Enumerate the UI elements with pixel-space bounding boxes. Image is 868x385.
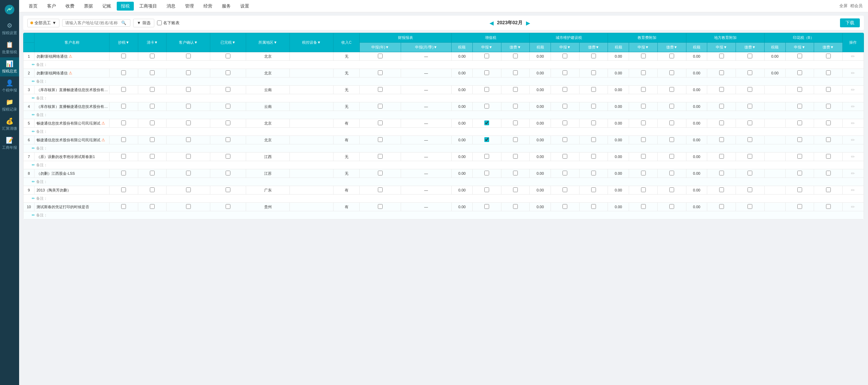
sidebar-item-baoshuizonglan[interactable]: 📊 报税总览	[0, 57, 19, 76]
period-navigation: ◀ 2023年02月 ▶	[182, 20, 837, 26]
table-body: 1勿删!新锐网络通信⚠北京无—0.000.000.000.000.00✏✏备注：…	[24, 52, 864, 219]
note-icon: ✏	[32, 213, 35, 217]
table-note-row: ✏备注：	[24, 94, 864, 102]
nav-tax[interactable]: 报税	[117, 2, 134, 11]
search-input[interactable]	[65, 20, 120, 25]
nav-business[interactable]: 工商项目	[135, 2, 161, 11]
sidebar-item-piliangshuibao[interactable]: 📋 批量报税	[0, 38, 19, 57]
period-label: 2023年02月	[497, 20, 523, 26]
nav-settings[interactable]: 设置	[236, 2, 253, 11]
th-chengshi-shen[interactable]: 申报▼	[551, 43, 580, 52]
table-note-row: ✏备注：	[24, 111, 864, 119]
nav-service[interactable]: 服务	[218, 2, 235, 11]
th-wanshuei[interactable]: 已完税▼	[210, 33, 246, 52]
nav-message[interactable]: 消息	[162, 2, 180, 11]
th-index	[24, 33, 34, 43]
nav-client[interactable]: 客户	[43, 2, 60, 11]
edit-button[interactable]: ✏	[851, 54, 855, 59]
nav-manage[interactable]: 管理	[181, 2, 198, 11]
th-caibao-year[interactable]: 申报(年)▼	[360, 43, 401, 52]
member-btn[interactable]: 稻会员	[850, 3, 863, 9]
prev-period-btn[interactable]: ◀	[489, 20, 494, 26]
table-row: 1勿删!新锐网络通信⚠北京无—0.000.000.000.000.00✏	[24, 52, 864, 61]
edit-button[interactable]: ✏	[851, 204, 855, 210]
piliangshuibao-icon: 📋	[6, 41, 13, 48]
th-zengzhi-jiao[interactable]: 缴费▼	[501, 43, 530, 52]
fullscreen-btn[interactable]: 全屏	[839, 3, 848, 9]
sidebar-item-baoshuijilu[interactable]: 📁 报税记录	[0, 96, 19, 115]
note-icon: ✏	[32, 96, 35, 100]
top-right-actions: 全屏 稻会员	[839, 3, 863, 9]
sidebar-item-geshuishenbao[interactable]: 👤 个税申报	[0, 76, 19, 96]
th-caibao: 财报报表	[360, 33, 452, 43]
edit-button[interactable]: ✏	[851, 187, 855, 193]
named-table-checkbox-label[interactable]: 名下账表	[157, 20, 180, 26]
nav-invoice[interactable]: 票据	[80, 2, 97, 11]
client-name-cell: 畅捷通信息技术股份有限公司民珏测试⚠	[34, 119, 110, 128]
table-note-row: ✏备注：	[24, 178, 864, 186]
sidebar-item-baoshuishezhi[interactable]: ⚙ 报税设置	[0, 19, 19, 38]
client-name-cell: （勿删）江西股金-LSS	[34, 169, 110, 178]
table-note-row: ✏备注：	[24, 144, 864, 153]
th-yinhua-shen[interactable]: 申报▼	[785, 43, 814, 52]
warning-icon: ⚠	[101, 138, 105, 142]
table-row: 5畅捷通信息技术股份有限公司民珏测试⚠北京有—0.000.000.000.00✏	[24, 119, 864, 128]
edit-button[interactable]: ✏	[851, 137, 855, 143]
filter-button[interactable]: ▼ 筛选	[133, 19, 154, 27]
th-zengzhi: 增值税	[451, 33, 529, 43]
edit-button[interactable]: ✏	[851, 87, 855, 92]
top-navigation: 首页 客户 收费 票据 记账 报税 工商项目 消息 管理 经营 服务 设置 全屏…	[19, 0, 868, 12]
edit-button[interactable]: ✏	[851, 171, 855, 176]
table-row: 7（原）误删勿改李艳珍测试斯春新1江西无—0.000.000.000.00✏	[24, 153, 864, 161]
th-jiaoyu-jiao[interactable]: 缴费▼	[657, 43, 686, 52]
table-note-row: ✏备注：	[24, 61, 864, 69]
note-icon: ✏	[32, 163, 35, 167]
note-icon: ✏	[32, 180, 35, 184]
nav-account[interactable]: 记账	[98, 2, 115, 11]
baoshuijilu-icon: 📁	[6, 98, 13, 106]
client-name-cell: 2013（陶美芳勿删）	[34, 186, 110, 195]
tax-table: 客户名称 抄税▼ 清卡▼ 客户确认▼ 已完税▼ 所属地区▼ 税控设备▼ 收入C …	[23, 33, 864, 219]
nav-home[interactable]: 首页	[25, 2, 42, 11]
next-period-btn[interactable]: ▶	[526, 20, 530, 26]
th-qingka[interactable]: 清卡▼	[138, 33, 167, 52]
client-name-cell: 畅捷通信息技术股份有限公司民珏测试⚠	[34, 136, 110, 144]
staff-dot	[30, 22, 33, 24]
th-confirm[interactable]: 客户确认▼	[167, 33, 210, 52]
th-yinhua-jiao[interactable]: 缴费▼	[814, 43, 843, 52]
staff-selector[interactable]: 全部员工 ▼	[27, 19, 59, 27]
edit-button[interactable]: ✏	[851, 104, 855, 109]
edit-button[interactable]: ✏	[851, 154, 855, 159]
main-area: 首页 客户 收费 票据 记账 报税 工商项目 消息 管理 经营 服务 设置 全屏…	[19, 0, 868, 385]
sidebar-item-huisuanqingjiao[interactable]: 💰 汇算清缴	[0, 115, 19, 134]
th-chaosui[interactable]: 抄税▼	[110, 33, 138, 52]
th-caibao-month[interactable]: 申报(月/季)▼	[401, 43, 451, 52]
th-chengshi-jiao[interactable]: 缴费▼	[579, 43, 608, 52]
th-difang-shen[interactable]: 申报▼	[707, 43, 736, 52]
client-name-cell: 勿删!新锐网络通信⚠	[34, 69, 110, 77]
tax-table-wrapper: 客户名称 抄税▼ 清卡▼ 客户确认▼ 已完税▼ 所属地区▼ 税控设备▼ 收入C …	[23, 33, 864, 219]
th-device[interactable]: 税控设备▼	[290, 33, 333, 52]
nav-fee[interactable]: 收费	[61, 2, 79, 11]
warning-icon: ⚠	[69, 54, 72, 59]
sidebar-item-gongshangnianbao[interactable]: 📝 工商年报	[0, 134, 19, 153]
th-difang-jiao[interactable]: 缴费▼	[736, 43, 765, 52]
th-jiaoyu-shen[interactable]: 申报▼	[629, 43, 658, 52]
note-icon: ✏	[32, 129, 35, 133]
client-name-cell: （库存核算）直播畅捷通信息技术股份有限...⚠	[34, 86, 110, 94]
edit-button[interactable]: ✏	[851, 70, 855, 76]
edit-button[interactable]: ✏	[851, 120, 855, 126]
th-jiaoyu-tax: 税额	[608, 43, 629, 52]
named-table-checkbox[interactable]	[157, 20, 162, 25]
download-button[interactable]: 下载	[840, 18, 860, 27]
app-logo	[3, 3, 16, 16]
th-zengzhi-shen[interactable]: 申报▼	[472, 43, 501, 52]
table-note-row: ✏备注：	[24, 128, 864, 136]
search-box[interactable]: 🔍	[62, 19, 130, 27]
th-difang-tax: 税额	[686, 43, 707, 52]
table-row: 2勿删!新锐网络通信⚠北京无—0.000.000.000.000.00✏	[24, 69, 864, 77]
th-income[interactable]: 收入C	[333, 33, 360, 52]
th-region[interactable]: 所属地区▼	[246, 33, 290, 52]
nav-operation[interactable]: 经营	[199, 2, 216, 11]
huisuanqingjiao-icon: 💰	[6, 117, 13, 125]
